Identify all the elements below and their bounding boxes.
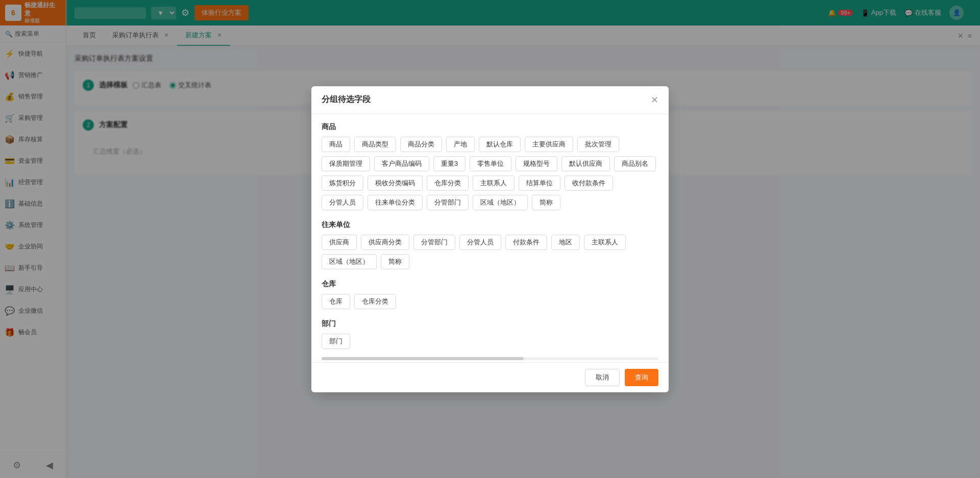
field-tag-warehouse-cat[interactable]: 仓库分类: [354, 294, 396, 309]
modal-horizontal-scrollbar[interactable]: [322, 357, 658, 360]
field-tag-retail-unit[interactable]: 零售单位: [470, 156, 511, 171]
field-tag-default-warehouse[interactable]: 默认仓库: [479, 137, 521, 152]
field-tag-region-p[interactable]: 区域（地区）: [322, 254, 377, 269]
field-tag-supervisor[interactable]: 分管人员: [322, 195, 363, 210]
field-tag-abbr-p[interactable]: 简称: [381, 254, 409, 269]
section-dept-title: 部门: [322, 319, 658, 329]
section-partner: 往来单位 供应商 供应商分类 分管部门 分管人员 付款条件 地区 主联系人 区域…: [322, 220, 658, 269]
modal-title: 分组待选字段: [322, 94, 371, 105]
field-tag-dept[interactable]: 部门: [322, 334, 350, 349]
field-tag-pay-terms-p[interactable]: 付款条件: [505, 235, 547, 250]
modal: 分组待选字段 ✕ 商品 商品 商品类型 商品分类 产地 默认仓库 主要供应商 批…: [311, 86, 669, 392]
field-tag-partner-category[interactable]: 往来单位分类: [368, 195, 423, 210]
field-tag-abbr[interactable]: 简称: [532, 195, 560, 210]
field-tag-contact-p[interactable]: 主联系人: [584, 235, 626, 250]
section-goods: 商品 商品 商品类型 商品分类 产地 默认仓库 主要供应商 批次管理 保质期管理…: [322, 122, 658, 210]
field-tag-goods-type[interactable]: 商品类型: [354, 137, 396, 152]
field-tag-area-p[interactable]: 地区: [551, 235, 580, 250]
field-tag-batch-mgmt[interactable]: 批次管理: [577, 137, 619, 152]
field-tag-expiry-mgmt[interactable]: 保质期管理: [322, 156, 370, 171]
section-department: 部门 部门: [322, 319, 658, 349]
field-tag-supplier-category[interactable]: 供应商分类: [361, 235, 409, 250]
section-warehouse-title: 仓库: [322, 280, 658, 289]
field-tag-dept-p[interactable]: 分管部门: [413, 235, 455, 250]
modal-close-btn[interactable]: ✕: [651, 94, 658, 106]
field-tag-main-supplier[interactable]: 主要供应商: [525, 137, 573, 152]
field-tag-settle-unit[interactable]: 结算单位: [519, 175, 560, 191]
field-tag-customer-code[interactable]: 客户商品编码: [374, 156, 429, 171]
field-tag-default-supplier[interactable]: 默认供应商: [561, 156, 610, 171]
field-tag-warehouse-category[interactable]: 仓库分类: [427, 175, 469, 191]
section-partner-title: 往来单位: [322, 220, 658, 230]
field-tag-mgmt-dept[interactable]: 分管部门: [427, 195, 469, 210]
department-fields: 部门: [322, 334, 658, 349]
modal-hscroll-thumb: [322, 357, 524, 360]
field-tag-smelting-points[interactable]: 炼货积分: [322, 175, 363, 191]
field-tag-region[interactable]: 区域（地区）: [473, 195, 528, 210]
modal-footer: 取消 查询: [311, 362, 669, 392]
section-goods-title: 商品: [322, 122, 658, 132]
field-tag-spec-model[interactable]: 规格型号: [516, 156, 557, 171]
field-tag-supplier[interactable]: 供应商: [322, 235, 357, 250]
field-tag-tax-code[interactable]: 税收分类编码: [368, 175, 423, 191]
field-tag-payment-terms[interactable]: 收付款条件: [565, 175, 613, 191]
goods-fields: 商品 商品类型 商品分类 产地 默认仓库 主要供应商 批次管理 保质期管理 客户…: [322, 137, 658, 210]
modal-overlay: 分组待选字段 ✕ 商品 商品 商品类型 商品分类 产地 默认仓库 主要供应商 批…: [0, 0, 980, 478]
warehouse-fields: 仓库 仓库分类: [322, 294, 658, 309]
partner-fields: 供应商 供应商分类 分管部门 分管人员 付款条件 地区 主联系人 区域（地区） …: [322, 235, 658, 269]
field-tag-origin[interactable]: 产地: [446, 137, 475, 152]
modal-header: 分组待选字段 ✕: [311, 86, 669, 114]
field-tag-goods-alias[interactable]: 商品别名: [614, 156, 656, 171]
field-tag-goods-category[interactable]: 商品分类: [400, 137, 442, 152]
field-tag-person-p[interactable]: 分管人员: [459, 235, 501, 250]
field-tag-goods[interactable]: 商品: [322, 137, 350, 152]
field-tag-main-contact[interactable]: 主联系人: [473, 175, 514, 191]
field-tag-weight3[interactable]: 重量3: [433, 156, 465, 171]
field-tag-warehouse[interactable]: 仓库: [322, 294, 350, 309]
modal-body[interactable]: 商品 商品 商品类型 商品分类 产地 默认仓库 主要供应商 批次管理 保质期管理…: [311, 114, 669, 358]
section-warehouse: 仓库 仓库 仓库分类: [322, 280, 658, 309]
confirm-button[interactable]: 查询: [625, 369, 658, 386]
cancel-button[interactable]: 取消: [585, 369, 620, 386]
